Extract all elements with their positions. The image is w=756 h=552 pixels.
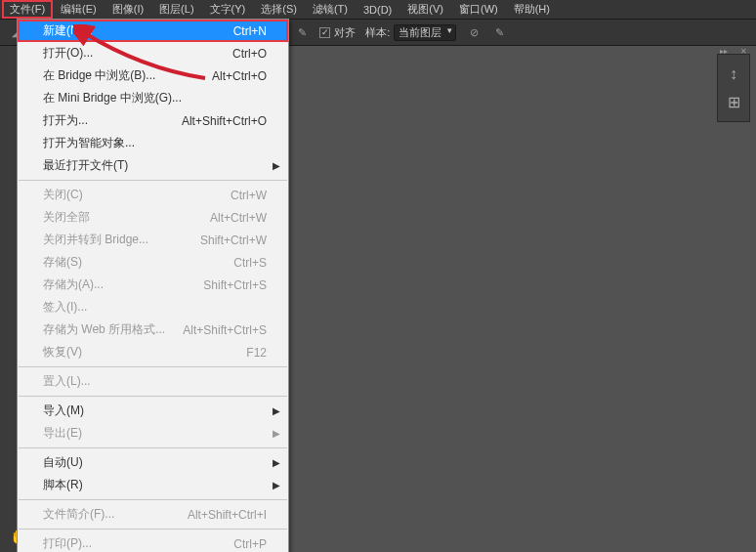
- menu-item-shortcut: F12: [246, 346, 267, 360]
- menu-separator: [19, 529, 287, 530]
- menubar-item[interactable]: 滤镜(T): [305, 0, 356, 19]
- menu-item-shortcut: Alt+Shift+Ctrl+S: [183, 323, 267, 337]
- menu-item-shortcut: Alt+Shift+Ctrl+O: [182, 114, 267, 128]
- menu-item[interactable]: 在 Bridge 中浏览(B)...Alt+Ctrl+O: [18, 64, 288, 87]
- menu-item-shortcut: Shift+Ctrl+W: [200, 234, 267, 247]
- panel-icon-1[interactable]: ↕: [726, 66, 741, 82]
- menu-item-label: 存储为 Web 所用格式...: [43, 321, 165, 338]
- menu-item-shortcut: Alt+Shift+Ctrl+I: [188, 508, 267, 522]
- menubar-item[interactable]: 图层(L): [151, 0, 201, 19]
- menu-item-shortcut: Ctrl+S: [233, 256, 267, 270]
- menu-item-label: 打开为智能对象...: [43, 135, 135, 151]
- menu-item: 关闭并转到 Bridge...Shift+Ctrl+W: [18, 229, 288, 251]
- menubar-item[interactable]: 文字(Y): [202, 0, 254, 19]
- panel-icon-2[interactable]: ⊞: [726, 95, 741, 110]
- menu-item-shortcut: Alt+Ctrl+O: [212, 69, 267, 83]
- menu-item-label: 存储为(A)...: [43, 276, 104, 293]
- menu-item[interactable]: 脚本(R)▶: [18, 474, 288, 496]
- menu-item[interactable]: 导入(M)▶: [18, 400, 288, 422]
- menu-item: 打印(P)...Ctrl+P: [18, 532, 288, 552]
- menu-item: 关闭全部Alt+Ctrl+W: [18, 206, 288, 229]
- menu-item-label: 文件简介(F)...: [43, 506, 114, 523]
- menu-item-label: 在 Bridge 中浏览(B)...: [43, 67, 155, 84]
- menu-item-label: 存储(S): [43, 254, 82, 271]
- menu-item-shortcut: Ctrl+N: [233, 24, 267, 38]
- menu-item-label: 签入(I)...: [43, 299, 87, 316]
- menu-item-label: 恢复(V): [43, 344, 82, 361]
- menu-separator: [19, 499, 287, 500]
- menu-item-label: 新建(N)...: [43, 22, 93, 39]
- sample-select[interactable]: 当前图层: [394, 24, 456, 41]
- menu-item[interactable]: 新建(N)...Ctrl+N: [18, 20, 288, 42]
- menu-item[interactable]: 自动(U)▶: [18, 451, 288, 474]
- menu-item-shortcut: Ctrl+O: [232, 47, 267, 61]
- submenu-arrow-icon: ▶: [273, 428, 280, 439]
- menu-item-label: 打开(O)...: [43, 45, 93, 62]
- menu-item-label: 打开为...: [43, 112, 88, 129]
- menu-item-label: 打印(P)...: [43, 535, 92, 552]
- menubar-item[interactable]: 选择(S): [253, 0, 305, 19]
- pressure-size-icon[interactable]: ✎: [294, 24, 310, 40]
- menu-item-label: 关闭全部: [43, 209, 90, 226]
- menu-item[interactable]: 打开(O)...Ctrl+O: [18, 42, 288, 64]
- menu-item-label: 置入(L)...: [43, 373, 91, 390]
- menubar-item[interactable]: 帮助(H): [506, 0, 558, 19]
- file-menu-dropdown: 新建(N)...Ctrl+N打开(O)...Ctrl+O在 Bridge 中浏览…: [17, 19, 289, 552]
- menu-item: 恢复(V)F12: [18, 341, 288, 363]
- tablet-icon[interactable]: ✎: [491, 24, 507, 40]
- menubar-item[interactable]: 编辑(E): [53, 0, 105, 19]
- submenu-arrow-icon: ▶: [273, 160, 280, 171]
- menu-item-shortcut: Ctrl+W: [231, 189, 267, 202]
- menu-item-label: 脚本(R): [43, 477, 83, 493]
- menu-item[interactable]: 最近打开文件(T)▶: [18, 154, 288, 177]
- menu-item-label: 自动(U): [43, 454, 83, 471]
- menubar-item[interactable]: 文件(F): [2, 0, 53, 19]
- sample-label: 样本:: [365, 25, 390, 40]
- submenu-arrow-icon: ▶: [273, 405, 280, 416]
- align-label: 对齐: [334, 25, 356, 40]
- menubar-item[interactable]: 视图(V): [399, 0, 451, 19]
- menu-item: 文件简介(F)...Alt+Shift+Ctrl+I: [18, 503, 288, 526]
- submenu-arrow-icon: ▶: [273, 480, 280, 490]
- submenu-arrow-icon: ▶: [273, 457, 280, 468]
- menu-item: 导出(E)▶: [18, 422, 288, 445]
- align-checkbox[interactable]: [319, 27, 330, 38]
- menu-item: 关闭(C)Ctrl+W: [18, 184, 288, 206]
- menubar-item[interactable]: 窗口(W): [451, 0, 506, 19]
- menu-item-label: 关闭并转到 Bridge...: [43, 232, 148, 248]
- menu-item[interactable]: 打开为...Alt+Shift+Ctrl+O: [18, 109, 288, 132]
- menu-item-shortcut: Ctrl+P: [233, 537, 267, 551]
- menubar-item[interactable]: 3D(D): [356, 2, 399, 18]
- menu-separator: [19, 366, 287, 367]
- menu-item: 存储(S)Ctrl+S: [18, 251, 288, 274]
- menubar: 文件(F)编辑(E)图像(I)图层(L)文字(Y)选择(S)滤镜(T)3D(D)…: [0, 0, 756, 19]
- ignore-adj-icon[interactable]: ⊘: [466, 24, 482, 40]
- menu-item[interactable]: 在 Mini Bridge 中浏览(G)...: [18, 87, 288, 109]
- menu-separator: [19, 180, 287, 181]
- menu-separator: [19, 396, 287, 397]
- menu-separator: [19, 447, 287, 448]
- menu-item-label: 导入(M): [43, 403, 84, 419]
- menubar-item[interactable]: 图像(I): [105, 0, 151, 19]
- menu-item-label: 最近打开文件(T): [43, 157, 128, 174]
- menu-item-shortcut: Alt+Ctrl+W: [210, 211, 267, 225]
- menu-item-label: 导出(E): [43, 425, 82, 442]
- menu-item: 存储为 Web 所用格式...Alt+Shift+Ctrl+S: [18, 318, 288, 341]
- menu-item-shortcut: Shift+Ctrl+S: [203, 278, 267, 292]
- menu-item-label: 在 Mini Bridge 中浏览(G)...: [43, 90, 182, 106]
- menu-item: 置入(L)...: [18, 370, 288, 393]
- menu-item-label: 关闭(C): [43, 187, 83, 203]
- menu-item[interactable]: 打开为智能对象...: [18, 132, 288, 154]
- menu-item: 签入(I)...: [18, 296, 288, 318]
- right-panel: ↕ ⊞: [717, 54, 750, 122]
- menu-item: 存储为(A)...Shift+Ctrl+S: [18, 274, 288, 296]
